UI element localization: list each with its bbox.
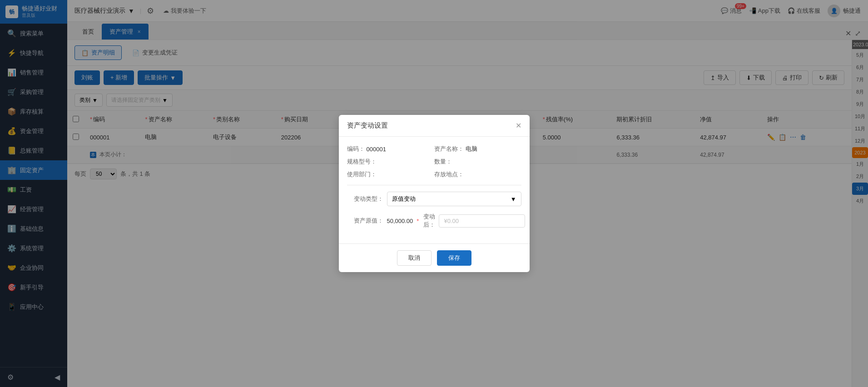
save-button[interactable]: 保存 xyxy=(437,250,471,266)
dialog-code-cell: 编码： 000001 xyxy=(347,145,434,153)
dialog-spec-cell: 规格型号： xyxy=(347,158,434,166)
dialog-info-row-1: 编码： 000001 资产名称： 电脑 xyxy=(347,145,521,153)
asset-change-dialog: 资产变动设置 ✕ 编码： 000001 资产名称： 电脑 规格型号： xyxy=(339,115,530,272)
dialog-footer: 取消 保存 xyxy=(339,243,530,272)
required-star: * xyxy=(417,218,419,224)
change-type-label: 变动类型： xyxy=(347,195,383,203)
dialog-divider xyxy=(347,185,521,185)
change-type-select[interactable]: 原值变动 ▼ xyxy=(387,192,521,206)
dialog-name-value: 电脑 xyxy=(466,145,477,153)
dialog-info-row-3: 使用部门： 存放地点： xyxy=(347,170,521,179)
dialog-location-cell: 存放地点： xyxy=(434,170,521,179)
dialog-body: 编码： 000001 资产名称： 电脑 规格型号： 数量： xyxy=(339,137,530,243)
dialog-overlay: 资产变动设置 ✕ 编码： 000001 资产名称： 电脑 规格型号： xyxy=(0,0,868,387)
original-value-display: 50,000.00 xyxy=(387,218,413,224)
original-value-label: 资产原值： xyxy=(347,217,383,225)
dialog-name-cell: 资产名称： 电脑 xyxy=(434,145,521,153)
change-type-row: 变动类型： 原值变动 ▼ xyxy=(347,192,521,206)
dialog-title: 资产变动设置 xyxy=(347,121,388,130)
after-change-input[interactable] xyxy=(439,214,525,228)
dialog-quantity-cell: 数量： xyxy=(434,158,521,166)
dialog-close-button[interactable]: ✕ xyxy=(516,121,521,130)
dialog-info-row-2: 规格型号： 数量： xyxy=(347,158,521,166)
change-type-value: 原值变动 xyxy=(392,195,416,203)
dialog-header: 资产变动设置 ✕ xyxy=(339,115,530,137)
cancel-button[interactable]: 取消 xyxy=(397,250,432,266)
value-row: 资产原值： 50,000.00 * 变动后： xyxy=(347,213,521,229)
after-change-label: 变动后： xyxy=(423,213,435,229)
dialog-dept-cell: 使用部门： xyxy=(347,170,434,179)
change-type-dropdown-icon: ▼ xyxy=(511,196,516,203)
dialog-code-value: 000001 xyxy=(367,146,386,153)
